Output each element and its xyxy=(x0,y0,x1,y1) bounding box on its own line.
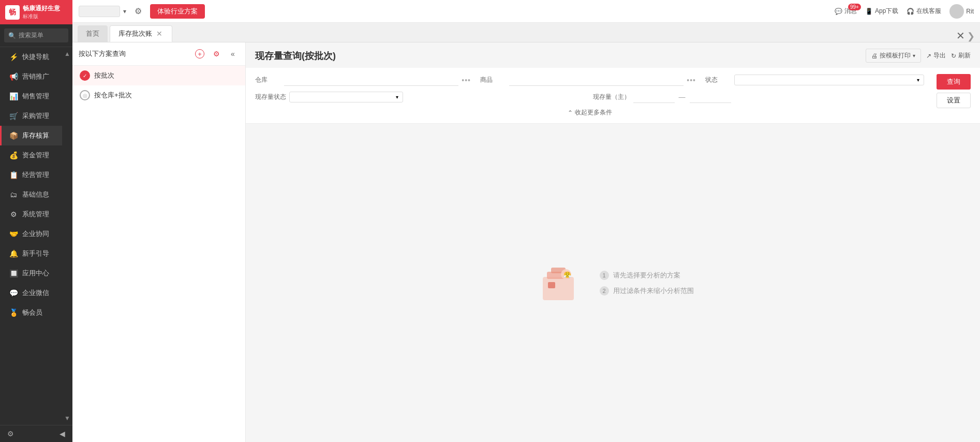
export-label: 导出 xyxy=(933,51,946,60)
online-service-label: 在线客服 xyxy=(916,7,941,16)
sidebar-item-sales[interactable]: 📊 销售管理 xyxy=(0,86,62,106)
inventory-status-label: 现存量状态 xyxy=(255,93,286,101)
topbar-right: 💬 消息 99+ 📱 App下载 🎧 在线客服 Rit xyxy=(835,4,974,19)
nav-label-wechat: 企业微信 xyxy=(22,288,49,298)
sidebar-item-guide[interactable]: 🔔 新手引导 xyxy=(0,244,62,263)
empty-tip-1: 1 请先选择要分析的方案 xyxy=(600,271,694,280)
product-more-button[interactable]: ••• xyxy=(684,75,699,85)
tip-num-2: 2 xyxy=(600,286,609,296)
quantity-from-input[interactable] xyxy=(633,91,675,103)
company-info: 畅康通好生意 标准版 xyxy=(23,4,60,20)
product-input[interactable] xyxy=(509,74,684,86)
scheme-settings-button[interactable]: ⚙ xyxy=(210,48,222,60)
settings-button[interactable]: 设置 xyxy=(937,93,971,108)
collapse-sidebar-icon: ◀ xyxy=(60,430,65,438)
warehouse-input[interactable] xyxy=(284,74,458,86)
print-button[interactable]: 🖨 按模板打印 ▾ xyxy=(866,49,921,63)
empty-tips: 1 请先选择要分析的方案 2 用过滤条件来缩小分析范围 xyxy=(600,271,694,296)
main-area: ▾ ⚙ 体验行业方案 💬 消息 99+ 📱 App下载 🎧 在线客服 xyxy=(72,0,980,442)
sidebar-item-base[interactable]: 🗂 基础信息 xyxy=(0,185,62,204)
product-more-icon: ••• xyxy=(687,76,696,84)
collapse-sidebar-button[interactable]: ◀ xyxy=(60,430,65,438)
sidebar-item-vip[interactable]: 🏅 畅会员 xyxy=(0,303,62,322)
svg-text:😤: 😤 xyxy=(563,271,571,278)
sidebar-footer: ⚙ ◀ xyxy=(0,425,72,442)
filter-quantity: 现存量（主） — xyxy=(593,91,925,103)
sidebar-item-inventory[interactable]: 📦 库存核算 xyxy=(0,126,62,145)
warehouse-more-button[interactable]: ••• xyxy=(458,75,474,85)
scroll-up-button[interactable]: ▲ xyxy=(63,49,71,58)
app-download-label: App下载 xyxy=(875,7,898,16)
right-main: 现存量查询(按批次) 🖨 按模板打印 ▾ ↗ 导出 ↻ 刷新 xyxy=(246,42,980,442)
page-title: 现存量查询(按批次) xyxy=(255,50,336,62)
nav-label-guide: 新手引导 xyxy=(22,249,49,258)
scheme-by-batch[interactable]: ✓ 按批次 xyxy=(72,66,245,85)
inventory-status-select[interactable]: ▾ xyxy=(289,92,403,102)
nav-label-operations: 经营管理 xyxy=(22,170,49,180)
left-panel: 按以下方案查询 + ⚙ « ✓ 按批次 ◎ xyxy=(72,42,246,442)
svg-rect-3 xyxy=(548,282,555,288)
query-button[interactable]: 查询 xyxy=(937,74,971,90)
collapse-filter-label: 收起更多条件 xyxy=(575,108,612,117)
sidebar-item-finance[interactable]: 💰 资金管理 xyxy=(0,145,62,165)
topbar-settings-button[interactable]: ⚙ xyxy=(130,4,146,19)
add-scheme-button[interactable]: + xyxy=(194,48,206,60)
sidebar-item-appstore[interactable]: 🔲 应用中心 xyxy=(0,263,62,283)
export-button[interactable]: ↗ 导出 xyxy=(926,51,946,60)
product-label: 商品 xyxy=(480,76,506,84)
nav-icon-quick-nav: ⚡ xyxy=(9,52,18,62)
search-menu-button[interactable]: 🔍 搜索菜单 xyxy=(4,28,68,42)
sidebar-item-wechat[interactable]: 💬 企业微信 xyxy=(0,283,62,303)
search-menu-label: 搜索菜单 xyxy=(19,31,43,40)
search-icon: 🔍 xyxy=(8,32,16,39)
online-service-action[interactable]: 🎧 在线客服 xyxy=(907,7,941,16)
panel-close-button[interactable]: ✕ xyxy=(956,30,965,42)
message-badge: 99+ xyxy=(848,4,861,10)
message-action[interactable]: 💬 消息 99+ xyxy=(835,7,857,16)
scheme-by-warehouse-batch-dot: ◎ xyxy=(80,90,90,100)
filter-product: 商品 ••• xyxy=(480,74,699,86)
nav-label-system: 系统管理 xyxy=(22,210,49,219)
experience-button[interactable]: 体验行业方案 xyxy=(150,4,205,19)
sidebar-item-operations[interactable]: 📋 经营管理 xyxy=(0,165,62,185)
app-download-action[interactable]: 📱 App下载 xyxy=(865,7,898,16)
nav-list: ⚡ 快捷导航 📢 营销推广 📊 销售管理 🛒 采购管理 📦 库存核算 💰 资金管… xyxy=(0,47,62,425)
nav-icon-appstore: 🔲 xyxy=(9,269,18,278)
sidebar: 畅 畅康通好生意 标准版 🔍 搜索菜单 ⚡ 快捷导航 📢 营销推广 📊 销售管理… xyxy=(0,0,72,442)
sidebar-item-enterprise[interactable]: 🤝 企业协同 xyxy=(0,224,62,244)
headset-icon: 🎧 xyxy=(907,8,914,15)
scroll-down-button[interactable]: ▼ xyxy=(63,414,71,423)
status-select[interactable]: ▾ xyxy=(734,75,924,85)
user-avatar xyxy=(949,4,964,19)
breadcrumb-input[interactable] xyxy=(79,6,120,17)
nav-icon-purchase: 🛒 xyxy=(9,111,18,121)
settings-footer-icon: ⚙ xyxy=(7,430,14,438)
sidebar-item-quick-nav[interactable]: ⚡ 快捷导航 xyxy=(0,47,62,67)
scheme-by-warehouse-batch[interactable]: ◎ 按仓库+批次 xyxy=(72,85,245,105)
quantity-to-input[interactable] xyxy=(690,91,731,103)
tab-home[interactable]: 首页 xyxy=(78,25,108,42)
nav-label-appstore: 应用中心 xyxy=(22,269,49,278)
print-label: 按模板打印 xyxy=(880,51,911,60)
settings-footer-button[interactable]: ⚙ xyxy=(7,430,14,438)
refresh-button[interactable]: ↻ 刷新 xyxy=(951,51,971,60)
panel-expand-icon[interactable]: ❯ xyxy=(967,31,975,42)
nav-icon-wechat: 💬 xyxy=(9,288,18,298)
sidebar-search-area: 🔍 搜索菜单 xyxy=(0,24,72,47)
print-icon: 🖨 xyxy=(871,52,878,60)
nav-icon-vip: 🏅 xyxy=(9,308,18,317)
sidebar-item-system[interactable]: ⚙ 系统管理 xyxy=(0,204,62,224)
nav-label-marketing: 营销推广 xyxy=(22,72,49,81)
tab-batch-account[interactable]: 库存批次账 ✕ xyxy=(110,25,172,42)
sidebar-item-marketing[interactable]: 📢 营销推广 xyxy=(0,67,62,86)
user-profile-action[interactable]: Rit xyxy=(949,4,974,19)
company-tag: 标准版 xyxy=(23,13,60,20)
collapse-left-panel-button[interactable]: « xyxy=(227,48,239,60)
filter-area: 仓库 ••• 商品 ••• xyxy=(246,68,980,124)
tab-close-button[interactable]: ✕ xyxy=(155,30,164,38)
tip-1-label: 请先选择要分析的方案 xyxy=(613,271,680,280)
sidebar-item-purchase[interactable]: 🛒 采购管理 xyxy=(0,106,62,126)
collapse-filter-button[interactable]: ⌃ 收起更多条件 xyxy=(568,108,612,117)
filter-row-1: 仓库 ••• 商品 ••• xyxy=(255,74,924,86)
breadcrumb-dropdown-button[interactable]: ▾ xyxy=(123,8,126,15)
